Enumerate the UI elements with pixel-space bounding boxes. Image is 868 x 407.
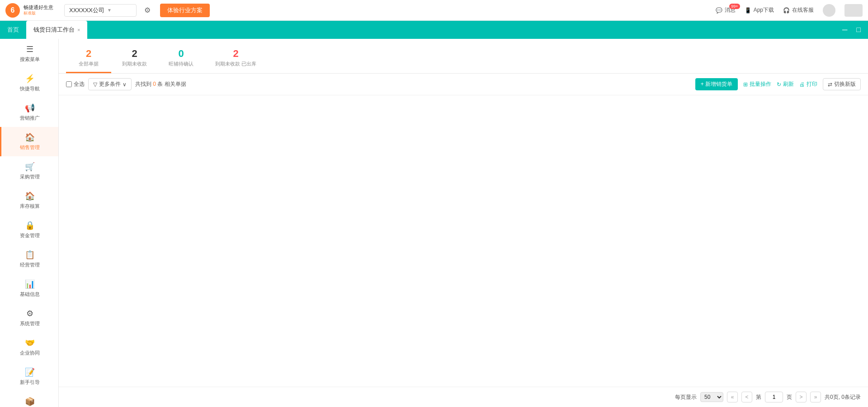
current-page-input[interactable] <box>765 392 783 402</box>
stat-label-pending: 旺辅待确认 <box>169 61 193 67</box>
tab-workbench[interactable]: 钱货日清工作台 × <box>26 21 87 39</box>
workbench-panel: 2 全部单据 2 到期未收款 0 旺辅待确认 <box>59 39 868 407</box>
next-page-button[interactable]: > <box>796 392 807 402</box>
service-icon: 🎧 <box>783 7 790 14</box>
inventory-icon: 🏠 <box>25 191 35 201</box>
base-info-icon: 📊 <box>25 279 35 289</box>
stat-tab-all[interactable]: 2 全部单据 <box>66 44 111 73</box>
tab-home[interactable]: 首页 <box>0 21 26 39</box>
sidebar-label-quick-nav: 快捷导航 <box>20 85 40 92</box>
filter-button[interactable]: ▽ 更多条件 ∨ <box>88 78 132 90</box>
toolbar-right: + 新增销货单 ⊞ 批量操作 ↻ 刷新 🖨 打印 ⇄ <box>695 78 861 90</box>
logo-area: 6 畅捷通好生意 标准版 <box>5 3 64 18</box>
sidebar-label-search-menu: 搜索菜单 <box>20 56 40 63</box>
sidebar-item-inventory[interactable]: 🏠 库存核算 <box>0 186 58 215</box>
tab-close-icon[interactable]: × <box>77 27 80 33</box>
stat-tab-pending-inner: 0 旺辅待确认 <box>169 48 193 67</box>
app-center-icon: 📦 <box>25 397 35 407</box>
message-action[interactable]: 💬 消息 99+ <box>716 6 736 14</box>
switch-label: 切换新版 <box>834 80 856 88</box>
found-text: 共找到 0 条 相关单据 <box>135 80 186 88</box>
last-page-button[interactable]: » <box>810 392 821 402</box>
stat-tab-all-inner: 2 全部单据 <box>79 48 99 67</box>
sidebar-item-search-menu[interactable]: ☰ 搜索菜单 <box>0 39 58 68</box>
company-selector[interactable]: XXXXXX公司 ▼ <box>64 4 137 17</box>
user-name-area[interactable] <box>844 4 863 17</box>
tab-minimize-icon[interactable]: ─ <box>840 25 850 35</box>
print-label: 打印 <box>807 80 817 88</box>
sidebar-item-finance[interactable]: 🔒 资金管理 <box>0 215 58 244</box>
sidebar-item-purchase[interactable]: 🛒 采购管理 <box>0 156 58 186</box>
toolbar-left: 全选 ▽ 更多条件 ∨ 共找到 0 条 相关单据 <box>66 78 186 90</box>
toolbar: 全选 ▽ 更多条件 ∨ 共找到 0 条 相关单据 + 新增销货单 <box>59 74 868 95</box>
refresh-button[interactable]: ↻ 刷新 <box>777 80 794 88</box>
content-area: 2 全部单据 2 到期未收款 0 旺辅待确认 <box>59 39 868 407</box>
sidebar-item-base-info[interactable]: 📊 基础信息 <box>0 274 58 303</box>
message-icon: 💬 <box>716 7 722 14</box>
sidebar-item-guide[interactable]: 📝 新手引导 <box>0 362 58 391</box>
stat-tab-overdue-out[interactable]: 2 到期未收款 已出库 <box>204 44 267 73</box>
sidebar-label-marketing: 营销推广 <box>20 115 40 122</box>
stat-label-all: 全部单据 <box>79 61 99 67</box>
app-download-action[interactable]: 📱 App下载 <box>745 6 774 14</box>
checkbox-input[interactable] <box>66 81 72 87</box>
table-area <box>59 95 868 387</box>
company-dropdown-arrow: ▼ <box>107 8 112 13</box>
sidebar-item-enterprise[interactable]: 🤝 企业协同 <box>0 332 58 362</box>
tab-workbench-label: 钱货日清工作台 <box>33 26 75 34</box>
refresh-label: 刷新 <box>783 80 794 88</box>
experience-btn[interactable]: 体验行业方案 <box>160 4 210 17</box>
stat-num-all: 2 <box>86 48 91 60</box>
sidebar-label-purchase: 采购管理 <box>20 173 40 180</box>
found-unit: 条 <box>157 81 163 87</box>
purchase-icon: 🛒 <box>25 162 35 172</box>
found-prefix: 共找到 <box>135 81 151 87</box>
company-name: XXXXXX公司 <box>69 6 104 14</box>
sidebar-label-sales: 销售管理 <box>20 144 40 151</box>
first-page-button[interactable]: « <box>727 392 738 402</box>
sidebar-item-marketing[interactable]: 📢 营销推广 <box>0 98 58 127</box>
sidebar: ☰ 搜索菜单 ⚡ 快捷导航 📢 营销推广 🏠 销售管理 🛒 采购管理 🏠 库存核… <box>0 39 59 407</box>
app-download-label: App下载 <box>754 6 774 14</box>
sidebar-item-system[interactable]: ⚙ 系统管理 <box>0 303 58 332</box>
tabs-bar: 首页 钱货日清工作台 × ─ □ <box>0 21 868 39</box>
stat-tab-pending[interactable]: 0 旺辅待确认 <box>158 44 204 73</box>
logo-badge: 标准版 <box>24 10 53 16</box>
tab-maximize-icon[interactable]: □ <box>854 25 863 35</box>
sidebar-label-operations: 经营管理 <box>20 262 40 268</box>
sidebar-item-sales[interactable]: 🏠 销售管理 <box>0 127 58 156</box>
sidebar-item-quick-nav[interactable]: ⚡ 快捷导航 <box>0 68 58 98</box>
stat-tab-overdue[interactable]: 2 到期未收款 <box>111 44 158 73</box>
per-page-label: 每页显示 <box>675 393 697 401</box>
tab-home-label: 首页 <box>7 26 19 34</box>
sidebar-label-guide: 新手引导 <box>20 379 40 386</box>
select-all-checkbox[interactable]: 全选 <box>66 80 85 88</box>
quick-nav-icon: ⚡ <box>25 74 35 84</box>
related-label: 相关单据 <box>165 81 186 87</box>
online-service-action[interactable]: 🎧 在线客服 <box>783 6 814 14</box>
finance-icon: 🔒 <box>25 220 35 230</box>
sidebar-item-operations[interactable]: 📋 经营管理 <box>0 244 58 274</box>
switch-version-button[interactable]: ⇄ 切换新版 <box>823 78 861 90</box>
per-page-select[interactable]: 50 20 100 <box>700 392 723 402</box>
stat-num-overdue: 2 <box>132 48 137 60</box>
sidebar-label-base-info: 基础信息 <box>20 291 40 298</box>
search-menu-icon: ☰ <box>26 44 33 54</box>
pagination: 每页显示 50 20 100 « < 第 页 > » 共0页, 0条记录 <box>59 387 868 407</box>
sidebar-label-system: 系统管理 <box>20 320 40 327</box>
logo-icon: 6 <box>5 3 20 18</box>
total-label: 共0页, 0条记录 <box>825 393 861 401</box>
print-button[interactable]: 🖨 打印 <box>799 80 817 88</box>
settings-button[interactable]: ⚙ <box>141 4 154 17</box>
found-num: 0 <box>153 81 156 87</box>
batch-ops-button[interactable]: ⊞ 批量操作 <box>743 80 771 88</box>
filter-arrow-icon: ∨ <box>123 81 127 88</box>
sidebar-label-finance: 资金管理 <box>20 232 40 239</box>
prev-page-button[interactable]: < <box>741 392 752 402</box>
user-avatar[interactable] <box>823 4 835 17</box>
new-sale-order-button[interactable]: + 新增销货单 <box>695 78 738 90</box>
sidebar-item-app-center[interactable]: 📦 应用中心 <box>0 391 58 407</box>
print-icon: 🖨 <box>799 81 805 88</box>
page-label: 第 <box>756 393 761 401</box>
marketing-icon: 📢 <box>25 103 35 113</box>
